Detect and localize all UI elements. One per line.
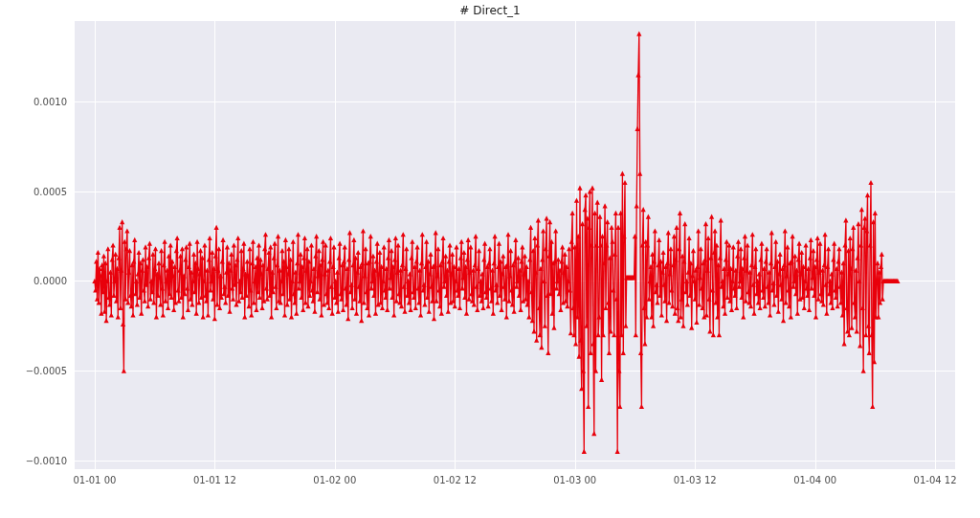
x-tick-label: 01-04 12 <box>914 475 957 485</box>
y-tick-label: 0.0010 <box>0 97 67 107</box>
x-tick-label: 01-01 00 <box>73 475 116 485</box>
x-tick-label: 01-02 12 <box>434 475 477 485</box>
x-tick-label: 01-01 12 <box>193 475 236 485</box>
y-tick-label: 0.0005 <box>0 186 67 196</box>
x-tick-label: 01-03 00 <box>553 475 596 485</box>
series-svg <box>75 21 955 469</box>
x-tick-label: 01-03 12 <box>674 475 717 485</box>
y-tick-label: −0.0005 <box>0 366 67 376</box>
y-tick-label: −0.0010 <box>0 455 67 465</box>
chart-title: # Direct_1 <box>0 4 980 17</box>
chart-container: # Direct_1 01-01 0001-01 1201-02 0001-02… <box>0 0 980 518</box>
series-markers <box>92 32 900 454</box>
plot-area <box>75 21 955 469</box>
y-tick-label: 0.0000 <box>0 276 67 286</box>
x-tick-label: 01-04 00 <box>793 475 836 485</box>
x-tick-label: 01-02 00 <box>313 475 356 485</box>
